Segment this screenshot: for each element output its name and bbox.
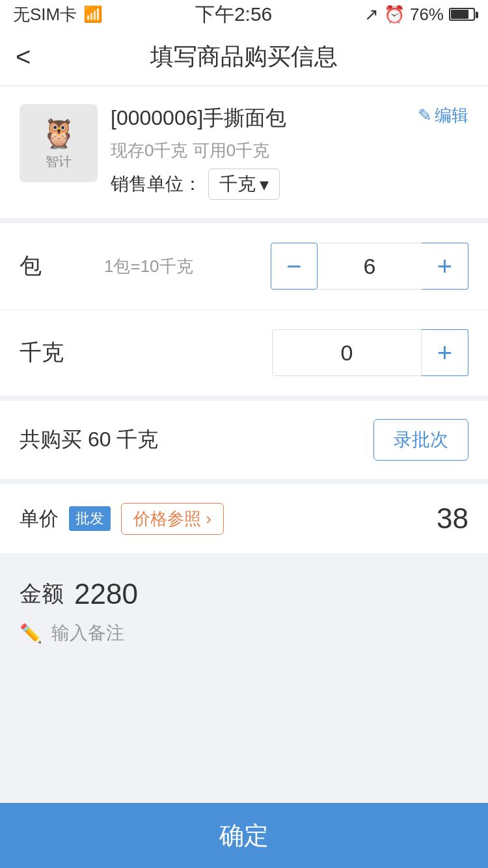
- amount-row: 金额 2280: [20, 578, 468, 610]
- carrier-label: 无SIM卡: [13, 3, 77, 26]
- qianke-row: 千克 +: [0, 310, 488, 401]
- confirm-button[interactable]: 确定: [0, 803, 488, 868]
- status-left: 无SIM卡 📶: [13, 3, 103, 26]
- qianke-label: 千克: [20, 338, 98, 368]
- unit-dropdown-icon: ▾: [260, 174, 269, 195]
- total-label: 共购买 60 千克: [20, 426, 373, 454]
- alarm-icon: ⏰: [384, 5, 405, 25]
- price-ref-button[interactable]: 价格参照 ›: [121, 503, 224, 535]
- nav-bar: < 填写商品购买信息: [0, 29, 488, 86]
- unit-value: 千克: [219, 172, 256, 197]
- back-button[interactable]: <: [16, 42, 31, 72]
- product-thumbnail: 🦉 智计: [20, 104, 98, 182]
- product-stock: 现存0千克 可用0千克: [111, 139, 468, 162]
- product-thumb-owl: 🦉: [41, 116, 77, 150]
- qianke-stepper: +: [272, 329, 468, 376]
- product-unit-row: 销售单位： 千克 ▾: [111, 169, 468, 200]
- wifi-icon: 📶: [83, 5, 103, 23]
- bao-input[interactable]: [318, 243, 422, 290]
- location-icon: ↗: [364, 5, 379, 25]
- product-card: 🦉 智计 [0000006]手撕面包 现存0千克 可用0千克 销售单位： 千克 …: [0, 86, 488, 223]
- content-spacer: [0, 658, 488, 789]
- page-title: 填写商品购买信息: [150, 41, 338, 73]
- battery-icon: [449, 8, 475, 21]
- bao-stepper: − +: [271, 243, 468, 290]
- product-thumb-label: 智计: [46, 153, 72, 170]
- batch-button[interactable]: 录批次: [373, 419, 468, 461]
- price-label: 单价: [20, 506, 59, 532]
- price-section: 单价 批发 价格参照 › 38: [0, 484, 488, 558]
- amount-section: 金额 2280 ✏️ 输入备注: [0, 558, 488, 658]
- bao-row: 包 1包=10千克 − +: [0, 223, 488, 310]
- bao-decrement-button[interactable]: −: [271, 243, 318, 290]
- product-info: [0000006]手撕面包 现存0千克 可用0千克 销售单位： 千克 ▾: [111, 104, 468, 200]
- amount-label: 金额: [20, 579, 64, 609]
- amount-value: 2280: [74, 578, 138, 610]
- status-bar: 无SIM卡 📶 下午2:56 ↗ ⏰ 76%: [0, 0, 488, 29]
- total-row: 共购买 60 千克 录批次: [0, 401, 488, 484]
- status-time: 下午2:56: [195, 1, 272, 28]
- unit-select[interactable]: 千克 ▾: [208, 169, 280, 200]
- edit-button[interactable]: ✎ 编辑: [418, 104, 468, 127]
- note-icon: ✏️: [20, 623, 42, 644]
- battery-percent: 76%: [410, 5, 444, 25]
- bao-increment-button[interactable]: +: [422, 243, 468, 290]
- edit-icon: ✎: [418, 105, 432, 126]
- price-value: 38: [437, 502, 468, 535]
- bao-label: 包: [20, 251, 98, 281]
- pifa-badge: 批发: [69, 506, 111, 531]
- product-name: [0000006]手撕面包: [111, 104, 468, 133]
- edit-label: 编辑: [435, 104, 468, 127]
- note-row[interactable]: ✏️ 输入备注: [20, 621, 468, 645]
- note-placeholder: 输入备注: [51, 621, 124, 645]
- bao-hint: 1包=10千克: [104, 255, 193, 278]
- status-right: ↗ ⏰ 76%: [364, 5, 475, 25]
- qianke-increment-button[interactable]: +: [422, 329, 468, 376]
- qianke-input[interactable]: [272, 329, 422, 376]
- unit-label: 销售单位：: [111, 172, 202, 197]
